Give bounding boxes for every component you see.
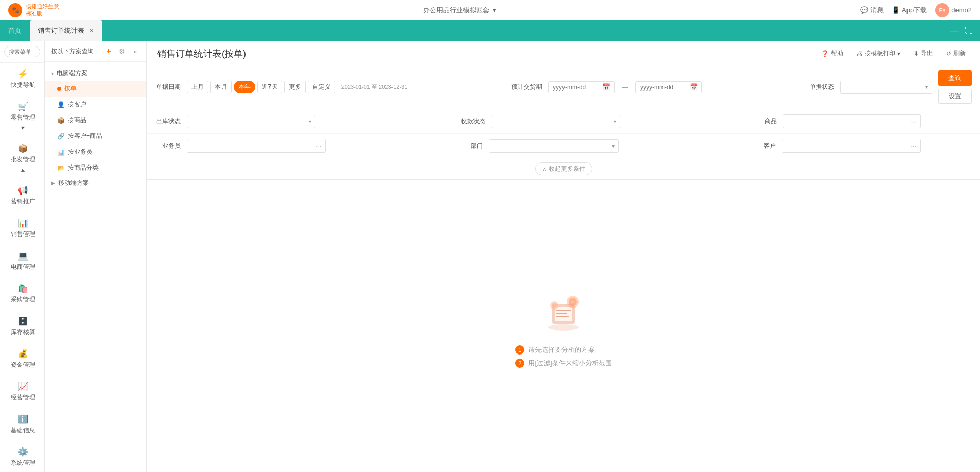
tree-item-by-customer[interactable]: 👤 按客户 — [45, 97, 146, 112]
finance-icon: 💰 — [18, 349, 28, 359]
date-btn-more[interactable]: 更多 — [284, 81, 306, 93]
print-icon: 🖨 — [856, 50, 863, 57]
wholesale-arrow: ▴ — [21, 166, 24, 173]
help-btn[interactable]: ❓ 帮助 — [817, 47, 847, 60]
sidebar-item-marketing[interactable]: 📢 营销推广 — [0, 179, 44, 212]
left-panel: 按以下方案查询 + ⚙ « ▾ 电脑端方案 按单 — [45, 41, 147, 472]
order-status-select-wrap: ▾ — [840, 81, 932, 94]
tab-home[interactable]: 首页 — [0, 20, 30, 41]
tab-maximize-btn[interactable]: ⛶ — [962, 26, 976, 35]
tree-item-by-customer-product[interactable]: 🔗 按客户+商品 — [45, 128, 146, 144]
sidebar-item-finance[interactable]: 💰 资金管理 — [0, 343, 44, 375]
tree-group-pc-title[interactable]: ▾ 电脑端方案 — [45, 66, 146, 81]
refresh-btn[interactable]: ↺ 刷新 — [942, 47, 970, 60]
tree-item-by-category[interactable]: 📂 按商品分类 — [45, 160, 146, 176]
product-filter-dots[interactable]: ··· — [911, 117, 916, 125]
payment-status-select[interactable] — [492, 115, 620, 128]
sidebar-item-basic[interactable]: ℹ️ 基础信息 — [0, 408, 44, 441]
page-title: 销售订单统计表(按单) — [157, 48, 246, 60]
tree-group-pc-arrow: ▾ — [51, 70, 54, 76]
sidebar-search-area — [0, 41, 44, 63]
date-btn-this-year[interactable]: 本年 — [234, 81, 255, 93]
department-wrap: ▾ — [489, 139, 619, 153]
sales-icon: 📊 — [18, 218, 28, 228]
customer-filter-wrap: ··· — [782, 139, 921, 153]
customer-filter-input[interactable] — [787, 143, 911, 150]
salesperson-filter-input[interactable] — [191, 143, 315, 150]
tree-item-by-salesperson[interactable]: 📊 按业务员 — [45, 144, 146, 160]
tab-close-btn[interactable]: ✕ — [89, 28, 94, 34]
settings-plan-btn[interactable]: ⚙ — [117, 46, 127, 56]
tab-bar: 首页 销售订单统计表 ✕ — ⛶ — [0, 20, 980, 41]
tree-item-by-product[interactable]: 📦 按商品 — [45, 112, 146, 128]
expected-date-to-input[interactable] — [635, 81, 702, 93]
template-print-btn[interactable]: 🖨 按模板打印 ▾ — [852, 47, 904, 60]
add-plan-btn[interactable]: + — [104, 46, 114, 56]
sidebar-item-ecom[interactable]: 💻 电商管理 — [0, 245, 44, 277]
sidebar-item-sales[interactable]: 📊 销售管理 — [0, 212, 44, 245]
customer-filter-dots[interactable]: ··· — [911, 142, 916, 150]
sidebar-item-wholesale[interactable]: 📦 批发管理 ▴ — [0, 137, 44, 179]
top-bar: 🐾 畅捷通好生意 标准版 办公用品行业模拟账套 ▾ 💬 消息 📱 App下载 E… — [0, 0, 980, 20]
app-download-btn[interactable]: 📱 App下载 — [892, 6, 927, 15]
main-layout: ⚡ 快捷导航 🛒 零售管理 ▾ 📦 批发管理 ▴ 📢 营销推广 📊 销售管理 💻… — [0, 41, 980, 472]
setting-btn[interactable]: 设置 — [938, 89, 972, 104]
tree-group-mobile-arrow: ▶ — [51, 180, 55, 186]
basic-icon: ℹ️ — [18, 414, 28, 424]
svg-rect-4 — [556, 313, 567, 314]
inventory-icon: 🗄️ — [18, 316, 28, 326]
product-filter-wrap: ··· — [783, 114, 921, 128]
search-input[interactable] — [4, 46, 40, 57]
by-product-icon: 📦 — [57, 117, 65, 124]
empty-state: ? 1 请先选择要分析的方案 2 用[过滤]条件来缩小分析范围 — [147, 180, 980, 472]
sidebar-item-inventory[interactable]: 🗄️ 库存核算 — [0, 310, 44, 343]
expected-date-from-input[interactable] — [548, 81, 615, 93]
sidebar-item-system[interactable]: ⚙️ 系统管理 — [0, 441, 44, 472]
sidebar-item-quick-nav[interactable]: ⚡ 快捷导航 — [0, 63, 44, 96]
date-btn-last-month[interactable]: 上月 — [187, 81, 208, 93]
user-avatar-btn[interactable]: Ea demo2 — [935, 3, 972, 17]
export-icon: ⬇ — [914, 50, 919, 57]
svg-rect-5 — [556, 316, 569, 317]
collapse-conditions-btn[interactable]: ∧ 收起更多条件 — [535, 162, 592, 175]
filter-row-1: 单据日期 上月 本月 本年 近7天 更多 自定义 2023-01-01 至 20… — [147, 65, 980, 109]
sidebar: ⚡ 快捷导航 🛒 零售管理 ▾ 📦 批发管理 ▴ 📢 营销推广 📊 销售管理 💻… — [0, 41, 45, 472]
message-btn[interactable]: 💬 消息 — [860, 6, 884, 15]
tab-sales-order-stats[interactable]: 销售订单统计表 ✕ — [30, 20, 102, 41]
order-status-select[interactable] — [840, 81, 932, 94]
date-btn-this-month[interactable]: 本月 — [210, 81, 232, 93]
refresh-icon: ↺ — [946, 50, 951, 57]
system-icon: ⚙️ — [18, 447, 28, 457]
tree-group-pc-label: 电脑端方案 — [57, 69, 87, 78]
tree-item-by-order[interactable]: 按单 — [45, 81, 146, 97]
svg-point-0 — [548, 324, 579, 331]
right-content: 销售订单统计表(按单) ❓ 帮助 🖨 按模板打印 ▾ ⬇ 导出 — [147, 41, 980, 472]
sidebar-item-purchase[interactable]: 🛍️ 采购管理 — [0, 277, 44, 310]
date-btn-custom[interactable]: 自定义 — [308, 81, 335, 93]
delivery-status-select[interactable] — [187, 115, 315, 128]
tree-group-mobile-title[interactable]: ▶ 移动端方案 — [45, 176, 146, 191]
retail-icon: 🛒 — [18, 102, 28, 111]
product-filter-input[interactable] — [788, 118, 911, 125]
retail-arrow: ▾ — [21, 124, 24, 131]
logo-text: 畅捷通好生意 标准版 — [26, 3, 59, 16]
sidebar-item-retail[interactable]: 🛒 零售管理 ▾ — [0, 96, 44, 137]
tab-minimize-btn[interactable]: — — [947, 26, 962, 35]
collapse-bar[interactable]: ∧ 收起更多条件 — [147, 158, 980, 179]
collapse-panel-btn[interactable]: « — [130, 46, 140, 56]
content: 按以下方案查询 + ⚙ « ▾ 电脑端方案 按单 — [45, 41, 980, 472]
svg-rect-3 — [556, 310, 571, 311]
salesperson-filter-dots[interactable]: ··· — [315, 142, 321, 150]
date-btn-last-7days[interactable]: 近7天 — [257, 81, 282, 93]
workspace-selector[interactable]: 办公用品行业模拟账套 ▾ — [423, 6, 496, 15]
empty-illustration: ? — [538, 284, 589, 335]
date-dash: — — [621, 83, 629, 91]
sidebar-item-ops[interactable]: 📈 经营管理 — [0, 375, 44, 408]
query-btn[interactable]: 查询 — [938, 70, 972, 86]
empty-tip-1: 1 请先选择要分析的方案 — [515, 345, 611, 355]
marketing-icon: 📢 — [18, 185, 28, 195]
export-btn[interactable]: ⬇ 导出 — [910, 47, 937, 60]
by-customer-icon: 👤 — [57, 101, 65, 108]
department-select[interactable] — [489, 139, 619, 153]
purchase-icon: 🛍️ — [18, 284, 28, 293]
